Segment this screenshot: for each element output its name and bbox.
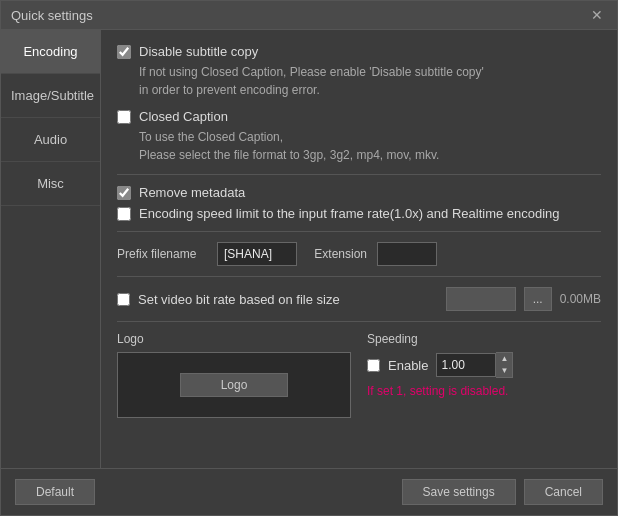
- extension-input[interactable]: [377, 242, 437, 266]
- dialog-title: Quick settings: [11, 8, 93, 23]
- closed-caption-checkbox[interactable]: [117, 110, 131, 124]
- speeding-enable-label: Enable: [388, 358, 428, 373]
- speeding-section: Speeding Enable ▲ ▼ If set 1, setting is: [367, 332, 601, 418]
- quick-settings-dialog: Quick settings ✕ Encoding Image/Subtitle…: [0, 0, 618, 516]
- prefix-extension-row: Prefix filename Extension: [117, 242, 601, 266]
- sidebar: Encoding Image/Subtitle Audio Misc: [1, 30, 101, 468]
- divider-1: [117, 174, 601, 175]
- default-button[interactable]: Default: [15, 479, 95, 505]
- sidebar-item-misc[interactable]: Misc: [1, 162, 100, 206]
- disable-subtitle-section: Disable subtitle copy If not using Close…: [117, 44, 601, 99]
- encoding-speed-limit-label: Encoding speed limit to the input frame …: [139, 206, 560, 221]
- speeding-note: If set 1, setting is disabled.: [367, 384, 601, 398]
- cancel-button[interactable]: Cancel: [524, 479, 603, 505]
- logo-title: Logo: [117, 332, 351, 346]
- encoding-speed-limit-checkbox[interactable]: [117, 207, 131, 221]
- speeding-enable-row: Enable ▲ ▼: [367, 352, 601, 378]
- prefix-filename-label: Prefix filename: [117, 247, 207, 261]
- disable-subtitle-subtext: If not using Closed Caption, Please enab…: [139, 63, 601, 99]
- divider-2: [117, 231, 601, 232]
- logo-section: Logo Logo: [117, 332, 351, 418]
- spinner-down-button[interactable]: ▼: [496, 365, 512, 377]
- encoding-speed-limit-row: Encoding speed limit to the input frame …: [117, 206, 601, 221]
- prefix-filename-input[interactable]: [217, 242, 297, 266]
- close-button[interactable]: ✕: [587, 7, 607, 23]
- sidebar-item-image-subtitle[interactable]: Image/Subtitle: [1, 74, 100, 118]
- divider-3: [117, 276, 601, 277]
- sidebar-item-audio[interactable]: Audio: [1, 118, 100, 162]
- footer: Default Save settings Cancel: [1, 468, 617, 515]
- closed-caption-subtext: To use the Closed Caption, Please select…: [139, 128, 601, 164]
- file-size-label: 0.00MB: [560, 292, 601, 306]
- speeding-input-wrap: ▲ ▼: [436, 352, 513, 378]
- video-bit-rate-label: Set video bit rate based on file size: [138, 292, 340, 307]
- spinner-up-button[interactable]: ▲: [496, 353, 512, 365]
- divider-4: [117, 321, 601, 322]
- sidebar-item-encoding[interactable]: Encoding: [1, 30, 100, 74]
- logo-box: Logo: [117, 352, 351, 418]
- closed-caption-label: Closed Caption: [139, 109, 228, 124]
- closed-caption-section: Closed Caption To use the Closed Caption…: [117, 109, 601, 164]
- disable-subtitle-row: Disable subtitle copy: [117, 44, 601, 59]
- save-settings-button[interactable]: Save settings: [402, 479, 516, 505]
- speeding-value-input[interactable]: [436, 353, 496, 377]
- closed-caption-row: Closed Caption: [117, 109, 601, 124]
- video-bit-rate-row: Set video bit rate based on file size ..…: [117, 287, 601, 311]
- logo-button[interactable]: Logo: [180, 373, 289, 397]
- extension-label: Extension: [307, 247, 367, 261]
- main-content: Encoding Image/Subtitle Audio Misc Disab…: [1, 30, 617, 468]
- remove-metadata-checkbox[interactable]: [117, 186, 131, 200]
- disable-subtitle-checkbox[interactable]: [117, 45, 131, 59]
- browse-button[interactable]: ...: [524, 287, 552, 311]
- logo-speeding-row: Logo Logo Speeding Enable ▲: [117, 332, 601, 418]
- video-bit-rate-checkbox[interactable]: [117, 293, 130, 306]
- title-bar: Quick settings ✕: [1, 1, 617, 30]
- remove-metadata-row: Remove metadata: [117, 185, 601, 200]
- disable-subtitle-label: Disable subtitle copy: [139, 44, 258, 59]
- speeding-enable-checkbox[interactable]: [367, 359, 380, 372]
- remove-metadata-label: Remove metadata: [139, 185, 245, 200]
- file-size-input[interactable]: [446, 287, 516, 311]
- speeding-spinner: ▲ ▼: [496, 352, 513, 378]
- speeding-title: Speeding: [367, 332, 601, 346]
- content-area: Disable subtitle copy If not using Close…: [101, 30, 617, 468]
